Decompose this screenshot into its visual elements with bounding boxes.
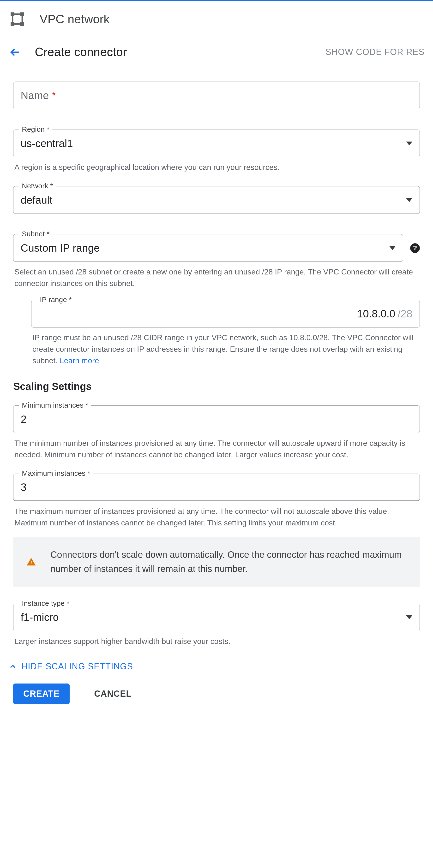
max-instances-label: Maximum instances * bbox=[19, 469, 93, 477]
ip-range-helper: IP range must be an unused /28 CIDR rang… bbox=[31, 332, 420, 366]
hide-scaling-label: HIDE SCALING SETTINGS bbox=[21, 661, 133, 672]
product-title: VPC network bbox=[39, 12, 110, 26]
ip-range-field-wrap: IP range * 10.8.0.0 /28 IP range must be… bbox=[31, 300, 420, 366]
region-select[interactable]: us-central1 bbox=[13, 129, 420, 157]
network-field-wrap: Network * default bbox=[13, 186, 420, 214]
cancel-button[interactable]: CANCEL bbox=[84, 683, 142, 704]
instance-type-value: f1-micro bbox=[21, 611, 406, 623]
hide-scaling-settings-toggle[interactable]: HIDE SCALING SETTINGS bbox=[8, 661, 420, 672]
min-instances-wrap: Minimum instances * 2 The minimum number… bbox=[13, 405, 420, 460]
name-input[interactable]: Name * bbox=[13, 82, 420, 109]
ip-range-label: IP range * bbox=[37, 296, 75, 304]
back-arrow-icon[interactable] bbox=[8, 45, 22, 59]
region-value: us-central1 bbox=[21, 137, 406, 150]
min-instances-value: 2 bbox=[21, 413, 412, 425]
subnet-helper: Select an unused /28 subnet or create a … bbox=[13, 266, 420, 289]
dropdown-arrow-icon bbox=[406, 198, 412, 202]
vpc-network-icon bbox=[8, 10, 26, 28]
instance-type-label: Instance type * bbox=[19, 599, 72, 608]
warning-icon bbox=[26, 557, 36, 567]
dropdown-arrow-icon bbox=[406, 615, 412, 619]
chevron-up-icon bbox=[8, 662, 17, 671]
scaling-settings-heading: Scaling Settings bbox=[13, 381, 420, 392]
region-field-wrap: Region * us-central1 A region is a speci… bbox=[13, 129, 420, 173]
min-instances-label: Minimum instances * bbox=[19, 401, 91, 409]
svg-rect-6 bbox=[12, 16, 13, 23]
svg-rect-7 bbox=[22, 16, 23, 23]
instance-type-wrap: Instance type * f1-micro Larger instance… bbox=[13, 603, 420, 647]
name-placeholder: Name * bbox=[21, 90, 56, 101]
name-field-wrap: Name * bbox=[13, 82, 420, 109]
show-code-button[interactable]: SHOW CODE FOR RES bbox=[325, 47, 425, 57]
page-header: Create connector SHOW CODE FOR RES bbox=[0, 37, 433, 67]
dropdown-arrow-icon bbox=[389, 246, 396, 250]
scaling-warning-banner: Connectors don't scale down automaticall… bbox=[13, 537, 420, 587]
min-instances-helper: The minimum number of instances provisio… bbox=[13, 437, 420, 460]
max-instances-value: 3 bbox=[21, 481, 412, 493]
create-button[interactable]: CREATE bbox=[13, 683, 69, 704]
network-select[interactable]: default bbox=[13, 186, 420, 214]
instance-type-helper: Larger instances support higher bandwidt… bbox=[13, 636, 420, 647]
max-instances-input[interactable]: 3 bbox=[13, 473, 420, 501]
region-helper: A region is a specific geographical loca… bbox=[13, 161, 420, 173]
learn-more-link[interactable]: Learn more bbox=[60, 356, 99, 365]
ip-range-input[interactable]: 10.8.0.0 /28 bbox=[31, 300, 420, 328]
ip-range-value: 10.8.0.0 bbox=[357, 308, 395, 320]
network-label: Network * bbox=[19, 182, 56, 190]
subnet-value: Custom IP range bbox=[21, 242, 389, 254]
svg-rect-4 bbox=[14, 13, 21, 15]
subnet-select[interactable]: Custom IP range bbox=[13, 234, 403, 262]
max-instances-wrap: Maximum instances * 3 The maximum number… bbox=[13, 473, 420, 529]
name-placeholder-text: Name bbox=[21, 90, 49, 101]
region-label: Region * bbox=[19, 125, 52, 133]
action-buttons: CREATE CANCEL bbox=[13, 683, 420, 704]
dropdown-arrow-icon bbox=[406, 142, 412, 145]
help-icon[interactable]: ? bbox=[410, 243, 420, 253]
ip-range-suffix: /28 bbox=[398, 308, 412, 320]
subnet-field-wrap: Subnet * Custom IP range ? Select an unu… bbox=[13, 234, 420, 289]
subnet-label: Subnet * bbox=[19, 230, 52, 238]
instance-type-select[interactable]: f1-micro bbox=[13, 603, 420, 631]
max-instances-helper: The maximum number of instances provisio… bbox=[13, 505, 420, 529]
required-star: * bbox=[52, 90, 56, 101]
product-bar: VPC network bbox=[0, 0, 433, 37]
scaling-warning-text: Connectors don't scale down automaticall… bbox=[50, 548, 407, 576]
min-instances-input[interactable]: 2 bbox=[13, 405, 420, 433]
network-value: default bbox=[21, 194, 406, 206]
svg-rect-5 bbox=[14, 23, 21, 25]
page-title: Create connector bbox=[35, 45, 127, 59]
